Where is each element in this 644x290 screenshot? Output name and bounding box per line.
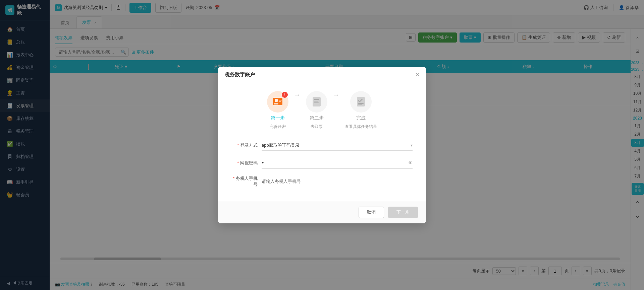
step-1-person-icon: [272, 96, 284, 108]
modal-header: 税务数字账户 ×: [218, 67, 426, 83]
login-method-value: app获取验证码登录: [262, 142, 411, 148]
phone-input[interactable]: [262, 177, 413, 186]
svg-rect-8: [314, 102, 319, 103]
step-1-label: 第一步: [271, 115, 285, 121]
step-2-icon-wrap: [306, 91, 327, 113]
phone-label: * 办税人手机号: [231, 175, 262, 188]
svg-rect-3: [279, 100, 282, 100]
svg-rect-11: [358, 104, 362, 105]
modal-body: ! 第一步 完善账密 →: [218, 83, 426, 201]
password-wrap: 👁: [262, 157, 413, 169]
svg-rect-10: [358, 103, 364, 104]
svg-rect-7: [314, 101, 318, 101]
steps-indicator: ! 第一步 完善账密 →: [231, 91, 413, 130]
login-method-req: *: [237, 143, 240, 148]
step-3-icon-wrap: [350, 91, 372, 113]
modal-overlay[interactable]: 税务数字账户 ×: [0, 0, 644, 290]
step-arrow-1: →: [288, 91, 306, 112]
step-2-label: 第二步: [310, 115, 324, 121]
login-method-label: * 登录方式: [231, 142, 262, 148]
modal-close-btn[interactable]: ×: [416, 72, 419, 78]
svg-rect-4: [279, 101, 281, 102]
step-3-checklist-icon: [355, 96, 367, 108]
step-1: ! 第一步 完善账密: [267, 91, 288, 130]
password-input[interactable]: [262, 157, 408, 168]
password-eye-icon[interactable]: 👁: [408, 160, 413, 165]
login-method-dropdown-icon[interactable]: ▾: [411, 143, 413, 148]
step-1-desc: 完善账密: [270, 124, 286, 130]
password-row: * 网报密码 👁: [231, 157, 413, 169]
svg-rect-6: [314, 99, 319, 100]
svg-point-1: [275, 99, 278, 102]
modal-title: 税务数字账户: [225, 72, 255, 78]
modal-footer: 取消 下一步: [218, 201, 426, 223]
step-arrow-2: →: [327, 91, 345, 112]
password-label: * 网报密码: [231, 160, 262, 166]
modal-form: * 登录方式 app获取验证码登录 ▾ * 网报密码 👁: [231, 140, 413, 188]
step-1-icon-wrap: !: [267, 91, 288, 113]
step-2-doc-icon: [311, 96, 323, 108]
step-3-desc: 查看具体任务结果: [345, 124, 377, 130]
step-2-desc: 去取票: [311, 124, 323, 130]
svg-rect-5: [313, 97, 321, 106]
step-3: 完成 查看具体任务结果: [345, 91, 377, 130]
password-req: *: [237, 160, 240, 165]
step-1-badge: !: [282, 92, 288, 98]
cancel-button[interactable]: 取消: [359, 207, 384, 218]
login-method-row: * 登录方式 app获取验证码登录 ▾: [231, 140, 413, 151]
step-2: 第二步 去取票: [306, 91, 327, 130]
step-3-label: 完成: [356, 115, 366, 121]
phone-req: *: [233, 176, 236, 181]
tax-digital-modal: 税务数字账户 ×: [218, 67, 426, 223]
login-method-select-wrap[interactable]: app获取验证码登录 ▾: [262, 140, 413, 151]
next-step-button[interactable]: 下一步: [388, 207, 418, 218]
phone-row: * 办税人手机号: [231, 175, 413, 188]
svg-rect-2: [274, 103, 278, 104]
